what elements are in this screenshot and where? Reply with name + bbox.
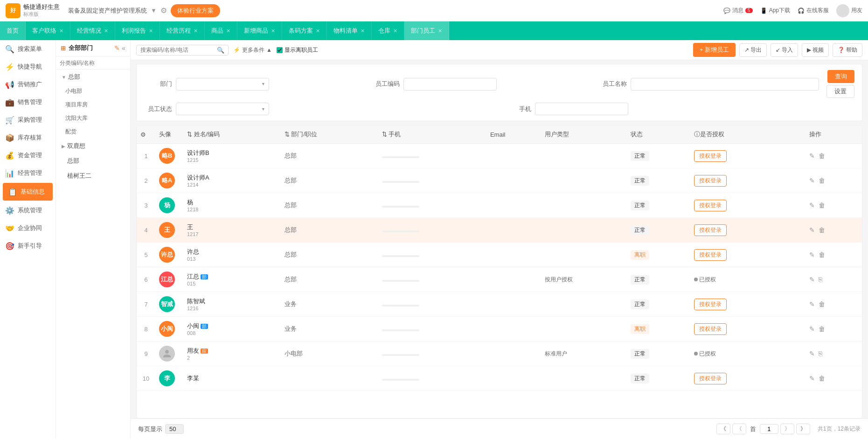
next-page-btn[interactable]: 〉 [780,424,794,434]
auth-btn[interactable]: 授权登录 [694,249,727,261]
app-download-btn[interactable]: 📱 App下载 [760,7,790,14]
delete-icon[interactable]: 🗑 [819,202,825,209]
sidebar-item-collab[interactable]: 🤝 企业协同 [0,219,56,237]
msg-btn[interactable]: 💬 消息 5 [723,7,753,14]
delete-icon[interactable]: 🗑 [819,375,825,382]
auth-btn[interactable]: 授权登录 [694,200,727,211]
copy-icon[interactable]: ⎘ [819,350,822,357]
tree-node-shuanglu[interactable]: ▶ 双鹿想 [56,139,130,153]
add-employee-btn[interactable]: + 新增员工 [693,43,736,57]
nav-tab-operations[interactable]: 经营情况 ✕ [70,21,115,40]
tree-node-hq[interactable]: ▶ 总部 [56,153,130,168]
edit-icon[interactable]: ✎ [809,202,815,209]
last-page-btn[interactable]: 》 [796,424,810,434]
export-btn[interactable]: ↗ 导出 [739,43,767,57]
col-name[interactable]: ⇅ 姓名/编码 [183,125,281,144]
nav-tab-barcode[interactable]: 条码方案 ✕ [282,21,327,40]
import-btn[interactable]: ↙ 导入 [771,43,798,57]
close-icon[interactable]: ✕ [393,28,397,34]
close-icon[interactable]: ✕ [226,28,230,34]
search-icon[interactable]: 🔍 [217,47,224,54]
close-icon[interactable]: ✕ [316,28,320,34]
sidebar-item-operations[interactable]: 📊 经营管理 [0,164,56,182]
copy-icon[interactable]: ⎘ [819,276,822,283]
dropdown-arrow-icon[interactable]: ▼ [151,7,157,14]
tree-search-input[interactable] [60,60,130,66]
sidebar-item-sales[interactable]: 💼 销售管理 [0,93,56,111]
nav-tab-warehouse[interactable]: 仓库 ✕ [372,21,404,40]
sidebar-item-search[interactable]: 🔍 搜索菜单 [0,40,56,58]
show-resigned-checkbox[interactable] [277,47,283,53]
edit-icon[interactable]: ✎ [809,152,815,160]
auth-btn[interactable]: 授权登录 [694,373,727,384]
sidebar-item-shortcut[interactable]: ⚡ 快捷导航 [0,58,56,76]
user-btn[interactable]: 用友 [836,4,862,17]
emp-name-input[interactable] [631,78,819,91]
dept-select[interactable] [176,78,269,91]
nav-tab-add-goods[interactable]: 新增商品 ✕ [237,21,282,40]
per-page-select[interactable]: 50 100 [165,424,184,434]
edit-icon[interactable]: ✎ [809,177,815,184]
search-btn[interactable]: 查询 [827,70,854,83]
help-btn[interactable]: ❓ 帮助 [833,43,862,57]
collapse-tree-icon[interactable]: « [122,44,125,52]
sidebar-item-purchase[interactable]: 🛒 采购管理 [0,111,56,129]
auth-btn[interactable]: 授权登录 [694,175,727,187]
tree-node-general[interactable]: ▼ 总部 [56,70,130,84]
edit-icon[interactable]: ✎ [809,276,815,283]
edit-icon[interactable]: ✎ [809,350,815,357]
nav-tab-home[interactable]: 首页 [0,21,26,40]
auth-btn[interactable]: 授权登录 [694,224,727,236]
auth-btn[interactable]: 授权登录 [694,323,727,335]
view-btn[interactable]: ▶ 视频 [802,43,829,57]
tree-child-peihe[interactable]: 配货 [56,125,130,139]
edit-icon[interactable]: ✎ [809,375,815,382]
sidebar-item-basic[interactable]: 📋 基础信息 [3,183,53,201]
auth-btn[interactable]: 授权登录 [694,150,727,162]
close-icon[interactable]: ✕ [271,28,275,34]
nav-tab-bom[interactable]: 物料清单 ✕ [327,21,372,40]
delete-icon[interactable]: 🗑 [819,300,825,308]
edit-icon[interactable]: ✎ [809,325,815,333]
edit-icon[interactable]: ✎ [809,226,815,234]
sidebar-item-inventory[interactable]: 📦 库存核算 [0,129,56,146]
col-dept[interactable]: ⇅ 部门/职位 [281,125,378,144]
nav-tab-history[interactable]: 经营历程 ✕ [160,21,205,40]
search-input[interactable] [140,47,215,53]
nav-tab-staff[interactable]: 部门员工 ✕ [404,21,449,40]
service-btn[interactable]: 🎧 在线客服 [798,7,829,14]
set-btn[interactable]: 设置 [826,85,854,98]
nav-tab-goods[interactable]: 商品 ✕ [205,21,237,40]
emp-status-select[interactable] [176,103,269,115]
sidebar-item-finance[interactable]: 💰 资金管理 [0,146,56,164]
nav-tab-profit[interactable]: 利润报告 ✕ [115,21,160,40]
trial-btn[interactable]: 体验行业方案 [171,4,220,17]
close-icon[interactable]: ✕ [59,28,63,34]
close-icon[interactable]: ✕ [194,28,198,34]
delete-icon[interactable]: 🗑 [819,152,825,160]
show-resigned-wrap[interactable]: 显示离职员工 [277,46,318,54]
close-icon[interactable]: ✕ [149,28,153,34]
prev-page-btn[interactable]: 〈 [732,424,746,434]
edit-icon[interactable]: ✎ [809,300,815,308]
phone-input[interactable] [535,103,628,115]
tree-child-shenyang[interactable]: 沈阳大库 [56,111,130,125]
edit-tree-icon[interactable]: ✎ [114,44,120,52]
close-icon[interactable]: ✕ [438,28,442,34]
nav-tab-customer[interactable]: 客户联络 ✕ [26,21,70,40]
sidebar-item-marketing[interactable]: 📢 营销推广 [0,76,56,93]
tree-child-small-elec[interactable]: 小电部 [56,84,130,98]
col-settings[interactable]: ⚙ [137,125,155,144]
delete-icon[interactable]: 🗑 [819,177,825,184]
delete-icon[interactable]: 🗑 [819,251,825,258]
tree-node-zhishu[interactable]: ▶ 植树王二 [56,168,130,183]
col-phone[interactable]: ⇅ 手机 [378,125,486,144]
close-icon[interactable]: ✕ [104,28,108,34]
auth-btn[interactable]: 授权登录 [694,299,727,310]
emp-code-input[interactable] [403,78,497,91]
sidebar-item-guide[interactable]: 🎯 新手引导 [0,237,56,255]
settings-icon[interactable]: ⚙ [160,6,167,15]
sidebar-item-system[interactable]: ⚙️ 系统管理 [0,202,56,219]
edit-icon[interactable]: ✎ [809,251,815,258]
close-icon[interactable]: ✕ [361,28,365,34]
